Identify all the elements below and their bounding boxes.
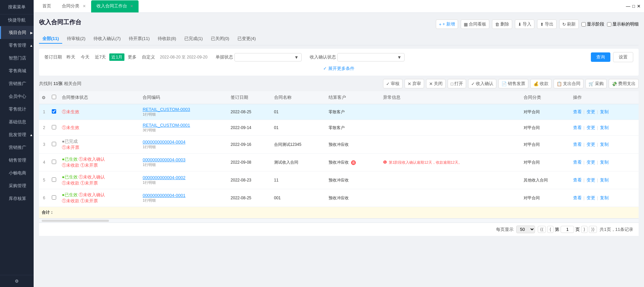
setting-btn[interactable]: 设置	[613, 52, 633, 62]
sidebar-item-project-contract[interactable]: 项目合同 ▶	[0, 26, 34, 39]
sidebar-item-wholesale[interactable]: 批发管理 ▲	[0, 128, 34, 141]
action-review-btn[interactable]: ✓ 审核	[383, 79, 403, 88]
tab-home[interactable]: 首页	[37, 0, 56, 12]
op-edit-btn[interactable]: 变更	[586, 125, 595, 130]
op-copy-btn[interactable]: 复制	[600, 109, 609, 114]
sidebar-quicknav[interactable]: 快捷导航	[0, 14, 34, 26]
show-fields-checkbox[interactable]	[581, 22, 586, 27]
sidebar-search[interactable]: 搜索菜单	[0, 0, 34, 14]
recv-confirm-select[interactable]: ▼	[337, 53, 405, 62]
select-all-checkbox[interactable]	[52, 95, 56, 99]
filter-tab-all[interactable]: 全部(11)	[39, 34, 62, 44]
filter-tab-pending-payment[interactable]: 待收款(8)	[154, 34, 180, 44]
op-copy-btn[interactable]: 复制	[600, 195, 609, 200]
page-first-btn[interactable]: ⟨⟨	[538, 226, 546, 233]
tab-contract-category[interactable]: 合同分类 ✕	[56, 0, 91, 12]
th-checkbox[interactable]	[49, 91, 59, 104]
window-close[interactable]: ✕	[637, 4, 641, 9]
date-opt-1month[interactable]: 近1月	[109, 53, 124, 61]
page-number-input[interactable]	[561, 226, 574, 233]
window-maximize[interactable]: □	[632, 4, 635, 9]
row-checkbox[interactable]	[49, 104, 59, 120]
action-open-btn[interactable]: □ 打开	[448, 79, 466, 88]
tab-close-workbench[interactable]: ✕	[130, 4, 133, 8]
tab-income-workbench[interactable]: 收入合同工作台 ✕	[91, 0, 139, 12]
op-copy-btn[interactable]: 复制	[600, 125, 609, 130]
op-view-btn[interactable]: 查看	[573, 160, 582, 165]
sidebar-item-sales-mgmt[interactable]: 销售管理	[0, 154, 34, 167]
filter-tab-closed[interactable]: 已关闭(0)	[207, 34, 233, 44]
filter-tab-pending-confirm[interactable]: 待收入确认(7)	[90, 34, 124, 44]
toolbar-import-btn[interactable]: ⬇ 导入	[515, 19, 534, 29]
toolbar-new-btn[interactable]: + + 新增	[436, 19, 458, 29]
toolbar-export-btn[interactable]: ⬆ 导出	[537, 19, 557, 29]
sidebar-settings[interactable]: ⚙	[0, 275, 34, 287]
contract-code-link[interactable]: 0000000000004-0002	[143, 175, 185, 180]
date-opt-today[interactable]: 今天	[79, 53, 91, 61]
sidebar-item-smart-store[interactable]: 智慧门店	[0, 52, 34, 65]
sidebar-item-inventory[interactable]: 库存核算	[0, 192, 34, 205]
show-detail-checkbox-label[interactable]: 显示标的明细	[607, 21, 639, 27]
contract-code-link[interactable]: RETAIL_CUSTOM-0001	[143, 123, 190, 128]
show-fields-checkbox-label[interactable]: 显示阶段	[581, 21, 604, 27]
op-edit-btn[interactable]: 变更	[586, 177, 595, 182]
page-next-btn[interactable]: ⟩	[581, 226, 588, 233]
toolbar-delete-btn[interactable]: 🗑 删除	[492, 19, 512, 29]
sidebar-item-marketing[interactable]: 营销推广	[0, 77, 34, 90]
filter-tab-completed[interactable]: 已完成(1)	[181, 34, 206, 44]
sidebar-item-ecommerce[interactable]: 小畅电商	[0, 167, 34, 179]
sidebar-item-mkt-promo[interactable]: 营销推广	[0, 141, 34, 154]
op-copy-btn[interactable]: 复制	[600, 142, 609, 147]
contract-code-link[interactable]: 0000000000004-0004	[143, 139, 185, 145]
horizontal-scrollbar[interactable]	[42, 220, 109, 222]
date-opt-more[interactable]: 更多	[126, 53, 139, 61]
action-purchase-btn[interactable]: 🛒 采购	[585, 79, 607, 88]
op-edit-btn[interactable]: 变更	[586, 142, 595, 147]
row-checkbox[interactable]	[49, 189, 59, 207]
row-checkbox[interactable]	[49, 154, 59, 171]
filter-tab-pending-review[interactable]: 待审核(2)	[64, 34, 89, 44]
op-edit-btn[interactable]: 变更	[586, 195, 595, 200]
page-prev-btn[interactable]: ⟨	[547, 226, 554, 233]
row-checkbox[interactable]	[49, 171, 59, 189]
filter-tab-changed[interactable]: 已变更(4)	[234, 34, 259, 44]
op-view-btn[interactable]: 查看	[573, 177, 582, 182]
th-settings[interactable]: ⚙	[39, 91, 49, 104]
sidebar-item-retail-mgmt[interactable]: 零售管理 ▲	[0, 39, 34, 52]
sidebar-item-basic-info[interactable]: 基础信息	[0, 116, 34, 128]
query-btn[interactable]: 查询	[591, 52, 610, 62]
date-opt-7days[interactable]: 近7天	[93, 53, 108, 61]
toolbar-kanban-btn[interactable]: ▦ 合同看板	[461, 19, 489, 29]
sidebar-item-purchase[interactable]: 采购管理	[0, 179, 34, 192]
op-view-btn[interactable]: 查看	[573, 142, 582, 147]
op-edit-btn[interactable]: 变更	[586, 160, 595, 165]
window-minimize[interactable]: —	[626, 4, 630, 9]
action-income-confirm-btn[interactable]: ✓ 收入确认	[468, 79, 496, 88]
op-copy-btn[interactable]: 复制	[600, 160, 609, 165]
action-sales-invoice-btn[interactable]: 📄 销售发票	[498, 79, 528, 88]
toolbar-refresh-btn[interactable]: ↻ 刷新	[559, 19, 579, 29]
expand-conditions-btn[interactable]: ✓ 展开更多条件	[320, 65, 357, 72]
contract-code-link[interactable]: RETAIL_CUSTOM-0003	[143, 107, 190, 112]
op-view-btn[interactable]: 查看	[573, 195, 582, 200]
action-expense-contract-btn[interactable]: 📋 支出合同	[554, 79, 583, 88]
action-close-btn[interactable]: ✕ 关闭	[426, 79, 446, 88]
action-collect-btn[interactable]: 💰 收款	[530, 79, 552, 88]
date-opt-yesterday[interactable]: 昨天	[65, 53, 77, 61]
filter-tab-pending-invoice[interactable]: 待开票(11)	[125, 34, 153, 44]
row-checkbox[interactable]	[49, 120, 59, 136]
action-expense-btn[interactable]: 💸 费用支出	[609, 79, 639, 88]
op-view-btn[interactable]: 查看	[573, 109, 582, 114]
contract-code-link[interactable]: 0000000000004-0003	[143, 157, 185, 162]
date-opt-custom[interactable]: 自定义	[140, 53, 157, 61]
tab-close-category[interactable]: ✕	[83, 4, 86, 8]
sidebar-item-member-center[interactable]: 会员中心	[0, 90, 34, 103]
action-abandon-btn[interactable]: ✕ 弃审	[405, 79, 424, 88]
page-size-select[interactable]: 50 100 200	[516, 226, 535, 233]
contract-code-link[interactable]: 0000000000004-0001	[143, 193, 185, 198]
op-view-btn[interactable]: 查看	[573, 125, 582, 130]
sidebar-item-retail-mall[interactable]: 零售商城	[0, 65, 34, 77]
sidebar-item-retail-stats[interactable]: 零售统计	[0, 103, 34, 116]
page-last-btn[interactable]: ⟩⟩	[589, 226, 597, 233]
op-copy-btn[interactable]: 复制	[600, 177, 609, 182]
